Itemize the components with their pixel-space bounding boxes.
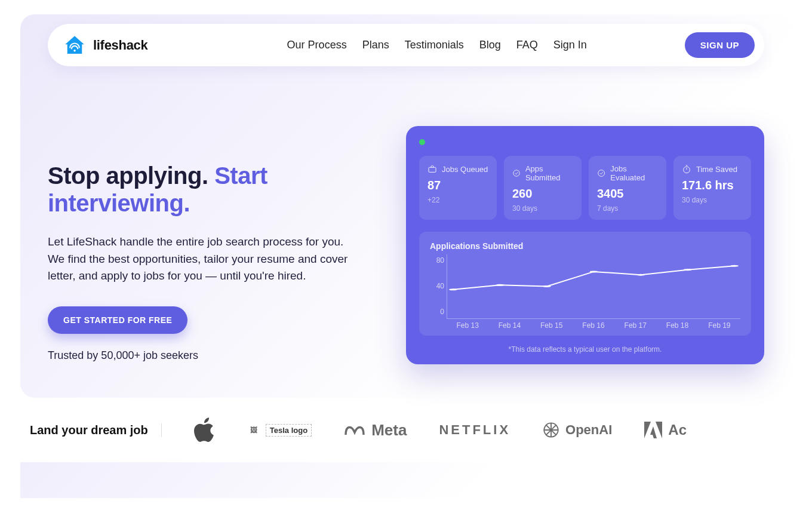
brand-logo-icon (62, 33, 87, 58)
stat-jobs-evaluated: Jobs Evaluated 3405 7 days (589, 156, 666, 220)
hero-subtext: Let LifeShack handle the entire job sear… (48, 234, 358, 285)
hero-copy: Stop applying. Start interviewing. Let L… (48, 126, 382, 362)
status-dot-icon (419, 139, 425, 145)
brand-name: lifeshack (93, 38, 147, 53)
stat-value: 260 (512, 187, 573, 201)
x-tick: Feb 15 (531, 321, 573, 330)
x-tick: Feb 16 (573, 321, 614, 330)
trusted-text: Trusted by 50,000+ job seekers (48, 349, 382, 362)
stat-sub: 7 days (597, 204, 658, 213)
openai-icon (543, 422, 559, 438)
stopwatch-icon (682, 164, 691, 174)
line-chart-icon (447, 254, 740, 318)
svg-point-5 (449, 288, 457, 290)
brand[interactable]: lifeshack (62, 33, 147, 58)
x-tick: Feb 18 (656, 321, 698, 330)
stat-time-saved: Time Saved 171.6 hrs 30 days (673, 156, 751, 220)
svg-point-6 (496, 284, 505, 286)
y-tick: 0 (440, 308, 444, 316)
logos-label: Land your dream job (30, 423, 162, 437)
nav-links: Our Process Plans Testimonials Blog FAQ … (287, 39, 587, 51)
stat-sub: 30 days (682, 196, 743, 204)
check-circle-icon (597, 168, 605, 178)
svg-point-2 (513, 170, 519, 176)
x-tick: Feb 14 (488, 321, 530, 330)
logo-tesla: 🖼 Tesla logo (250, 424, 312, 437)
netflix-text: NETFLIX (439, 422, 510, 438)
svg-rect-1 (429, 167, 436, 172)
get-started-button[interactable]: GET STARTED FOR FREE (48, 306, 187, 334)
dashboard-preview: Jobs Queued 87 +22 Apps Submitted 260 30… (406, 126, 764, 364)
meta-text: Meta (371, 421, 407, 440)
nav-link-faq[interactable]: FAQ (516, 39, 538, 51)
nav-link-process[interactable]: Our Process (287, 39, 347, 51)
hero-headline: Stop applying. Start interviewing. (48, 162, 382, 217)
y-tick: 80 (436, 256, 444, 265)
bottom-gradient (20, 462, 792, 498)
openai-text: OpenAI (565, 422, 612, 438)
x-axis: Feb 13 Feb 14 Feb 15 Feb 16 Feb 17 Feb 1… (447, 321, 740, 330)
svg-point-3 (598, 170, 605, 177)
svg-point-7 (543, 285, 551, 287)
meta-icon (344, 423, 365, 437)
nav-link-plans[interactable]: Plans (362, 39, 389, 51)
check-circle-icon (512, 168, 521, 178)
apple-icon (194, 416, 218, 444)
logo-meta: Meta (344, 421, 407, 440)
stats-row: Jobs Queued 87 +22 Apps Submitted 260 30… (419, 156, 751, 220)
chart-card: Applications Submitted 80 40 0 Feb 13 (419, 232, 751, 336)
briefcase-icon (427, 164, 437, 174)
navbar: lifeshack Our Process Plans Testimonials… (48, 24, 764, 66)
stat-jobs-queued: Jobs Queued 87 +22 (419, 156, 497, 220)
stat-label: Jobs Evaluated (610, 164, 658, 182)
logo-adobe: Ac (644, 422, 687, 438)
svg-point-0 (73, 50, 76, 52)
svg-point-9 (636, 274, 645, 276)
x-tick: Feb 13 (447, 321, 488, 330)
svg-point-8 (590, 271, 598, 272)
adobe-icon (644, 422, 662, 438)
stat-value: 87 (427, 179, 488, 192)
adobe-text: Ac (668, 422, 687, 438)
svg-point-10 (684, 269, 692, 271)
stat-value: 3405 (597, 187, 658, 201)
broken-image-icon: 🖼 (250, 426, 257, 434)
y-axis: 80 40 0 (430, 254, 447, 319)
stat-sub: +22 (427, 196, 488, 204)
logo-apple (194, 416, 218, 444)
x-tick: Feb 17 (614, 321, 656, 330)
tesla-alt-text: Tesla logo (266, 424, 312, 437)
company-logos-row: Land your dream job 🖼 Tesla logo Meta NE… (20, 398, 792, 462)
y-tick: 40 (436, 282, 444, 290)
chart-title: Applications Submitted (430, 241, 740, 251)
nav-link-blog[interactable]: Blog (479, 39, 501, 51)
stat-label: Time Saved (696, 165, 737, 174)
chart-plot (447, 254, 740, 319)
logo-openai: OpenAI (543, 422, 612, 438)
hero-section: lifeshack Our Process Plans Testimonials… (20, 14, 792, 398)
nav-link-testimonials[interactable]: Testimonials (405, 39, 464, 51)
headline-plain: Stop applying. (48, 162, 214, 189)
stat-value: 171.6 hrs (682, 179, 743, 192)
stat-sub: 30 days (512, 204, 573, 213)
stat-label: Jobs Queued (442, 165, 488, 174)
logo-netflix: NETFLIX (439, 422, 510, 438)
stat-apps-submitted: Apps Submitted 260 30 days (504, 156, 582, 220)
svg-point-11 (730, 265, 739, 267)
nav-link-signin[interactable]: Sign In (553, 39, 587, 51)
x-tick: Feb 19 (699, 321, 740, 330)
chart-disclaimer: *This data reflects a typical user on th… (419, 345, 751, 354)
signup-button[interactable]: SIGN UP (685, 32, 755, 58)
stat-label: Apps Submitted (525, 164, 573, 182)
